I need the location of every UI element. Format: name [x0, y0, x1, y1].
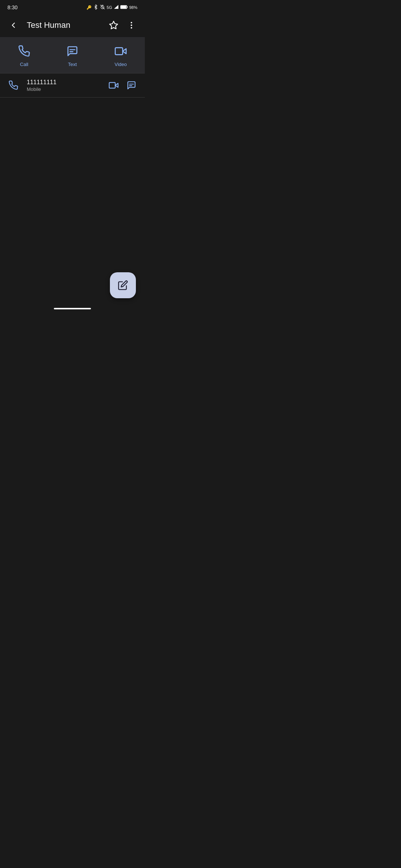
phone-message-button[interactable]: [124, 78, 139, 93]
app-bar-actions: [106, 18, 139, 33]
video-label: Video: [114, 62, 127, 67]
text-icon: [64, 43, 81, 59]
phone-entry: 111111111 Mobile: [0, 73, 145, 98]
svg-rect-14: [115, 48, 123, 55]
app-bar: Test Human: [0, 13, 145, 37]
svg-marker-13: [123, 49, 126, 53]
more-options-button[interactable]: [124, 18, 139, 33]
phone-type: Mobile: [27, 86, 106, 92]
call-label: Call: [20, 62, 28, 67]
contact-name: Test Human: [27, 20, 106, 30]
svg-marker-7: [110, 21, 118, 29]
edit-fab[interactable]: [110, 272, 136, 298]
status-bar: 8:30 🔑 5G: [0, 0, 145, 13]
favorite-button[interactable]: [106, 18, 121, 33]
network-label: 5G: [107, 5, 112, 10]
svg-marker-15: [115, 83, 118, 88]
svg-rect-16: [109, 82, 115, 88]
video-action-button[interactable]: Video: [97, 43, 145, 67]
key-icon: 🔑: [87, 5, 92, 10]
call-action-button[interactable]: Call: [0, 43, 48, 67]
action-buttons-row: Call Text Video: [0, 37, 145, 73]
text-label: Text: [68, 62, 77, 67]
svg-rect-5: [127, 6, 128, 7]
back-button[interactable]: [6, 18, 21, 33]
bottom-nav-indicator: [54, 308, 91, 309]
alarm-muted-icon: [100, 4, 105, 10]
call-icon: [16, 43, 32, 59]
phone-video-button[interactable]: [106, 78, 121, 93]
svg-point-9: [131, 24, 132, 26]
svg-point-8: [131, 22, 132, 23]
text-action-button[interactable]: Text: [48, 43, 97, 67]
status-time: 8:30: [7, 4, 17, 10]
video-icon: [113, 43, 129, 59]
svg-marker-3: [114, 5, 118, 9]
phone-entry-info: 111111111 Mobile: [27, 79, 106, 92]
svg-rect-6: [121, 6, 126, 9]
status-icons: 🔑 5G 98%: [87, 4, 137, 10]
battery-icon: [120, 5, 128, 10]
signal-icon: [114, 4, 119, 10]
svg-point-10: [131, 27, 132, 29]
phone-number: 111111111: [27, 79, 106, 86]
battery-percent: 98%: [129, 5, 137, 10]
phone-entry-actions: [106, 78, 139, 93]
bluetooth-icon: [93, 4, 98, 10]
phone-entry-icon: [6, 78, 21, 93]
